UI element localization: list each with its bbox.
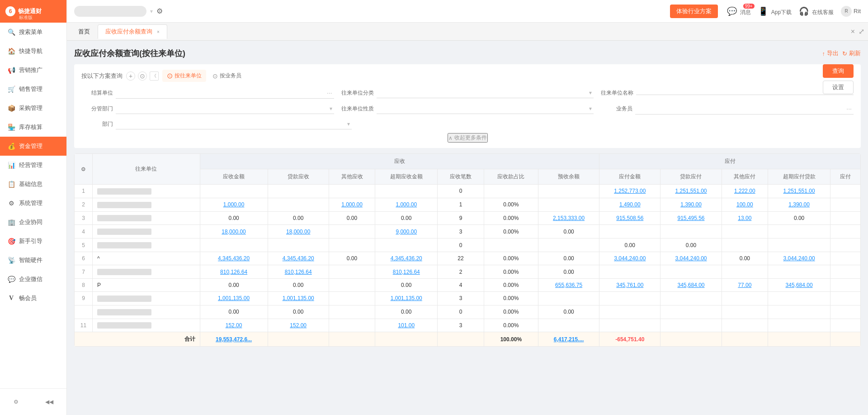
sidebar-item-marketing[interactable]: 📢 营销推广 [0,61,66,80]
app-download-btn[interactable]: 📱 App下载 [758,6,792,16]
table-settings-icon[interactable]: ⚙ [81,166,86,172]
cell-loan_receivable[interactable]: 18,000.00 [268,225,329,239]
header-settings-icon[interactable]: ⚙ [156,7,163,15]
dept-head-select[interactable]: ▾ [116,104,334,114]
cell-overdue_receivable[interactable]: 101.00 [375,319,438,332]
cell-loan_receivable[interactable]: 152.00 [268,319,329,332]
export-btn[interactable]: ↑ 导出 [822,49,839,57]
cell-payable_amount[interactable]: 1,490.00 [599,198,660,211]
unitname-label: 往来单位名称 [601,89,633,97]
salesperson-input[interactable]: ··· [635,103,854,114]
query-btn[interactable]: 查询 [823,64,854,78]
sidebar-item-system[interactable]: ⚙ 系统管理 [0,194,66,213]
category-select[interactable]: ▾ [377,88,594,98]
sidebar-item-guide[interactable]: 🎯 新手引导 [0,232,66,251]
table-row: 21,000.001,000.001,000.0010.00%1,490.001… [75,198,861,211]
cell-overdue_receivable[interactable]: 810,126.64 [375,265,438,279]
sidebar-item-smart-hw[interactable]: 📡 智能硬件 [0,251,66,270]
category-arrow: ▾ [589,90,592,96]
sidebar-item-wechat[interactable]: 💬 企业微信 [0,270,66,289]
cell-loan_receivable[interactable]: 4,345,436.20 [268,252,329,265]
cell-overdue_payable[interactable]: 3,044,240.00 [768,252,830,265]
table-row: 6^4,345,436.204,345,436.200.004,345,436.… [75,252,861,265]
cell-loan_payable[interactable]: 1,251,551.00 [660,185,722,198]
cell-receivable_amount[interactable]: 1,000.00 [200,198,268,211]
summary-receivable-ratio: 100.00% [484,332,538,347]
cell-loan_payable [660,305,722,319]
cell-loan_payable[interactable]: 345,684.00 [660,278,722,291]
cell-overdue_payable [768,291,830,305]
sidebar-item-basic-info[interactable]: 📋 基础信息 [0,175,66,194]
cell-loan_payable[interactable]: 915,495.56 [660,211,722,225]
cell-overdue_receivable[interactable]: 9,000.00 [375,225,438,239]
summary-prepaid-balance[interactable]: 6,417,215.... [538,332,599,347]
online-service-btn[interactable]: 🎧 在线客服 [799,6,834,16]
message-btn[interactable]: 💬 消息 99+ [727,6,751,16]
filter-option-icon-unit: ⊙ [167,72,173,80]
sidebar-item-label-corp: 企业协同 [19,218,42,226]
sidebar-bottom-settings[interactable]: ⚙ [6,394,26,410]
refresh-btn[interactable]: ↻ 刷新 [842,49,861,57]
tab-home[interactable]: 首页 [71,24,98,39]
filter-settings-icon[interactable]: ⊙ [138,72,147,81]
settings-btn[interactable]: 设置 [823,81,854,94]
cell-receivable_amount[interactable]: 4,345,436.20 [200,252,268,265]
filter-add-icon[interactable]: + [126,72,135,81]
cell-loan_payable[interactable]: 3,044,240.00 [660,252,722,265]
cell-payable-extra [830,225,861,239]
cell-receivable_count: 22 [438,252,484,265]
sidebar-item-purchase[interactable]: 📦 采购管理 [0,99,66,118]
cell-other_receivable[interactable]: 1,000.00 [329,198,375,211]
cell-payable_amount[interactable]: 345,761.00 [599,278,660,291]
sidebar-item-operations[interactable]: 📊 经营管理 [0,156,66,175]
sidebar-item-finance[interactable]: 💰 资金管理 [0,137,66,156]
sidebar-item-member[interactable]: V 畅会员 [0,289,66,308]
cell-overdue_receivable[interactable]: 4,345,436.20 [375,252,438,265]
sidebar-item-quicknav[interactable]: 🏠 快捷导航 [0,42,66,61]
cell-other_payable[interactable]: 77.00 [722,278,768,291]
cell-loan_payable[interactable]: 1,390.00 [660,198,722,211]
industry-btn[interactable]: 体验行业方案 [670,5,718,18]
sidebar-item-sales[interactable]: 🛒 销售管理 [0,80,66,99]
filter-option-by-unit[interactable]: ⊙ 按往来单位 [162,70,206,82]
cell-overdue_payable[interactable]: 1,251,551.00 [768,185,830,198]
window-close-icon[interactable]: × [851,28,855,36]
unit-nature-select[interactable]: ▾ [377,104,594,114]
sidebar-bottom-collapse[interactable]: ◀◀ [38,394,61,410]
filter-collapse-icon[interactable]: 《 [150,72,159,81]
sidebar-item-corp[interactable]: 🏢 企业协同 [0,213,66,232]
cell-receivable_amount[interactable]: 810,126.64 [200,265,268,279]
cell-overdue_payable[interactable]: 1,390.00 [768,198,830,211]
cell-other_payable[interactable]: 13.00 [722,211,768,225]
tab-receivable[interactable]: 应收应付余额查询 × [98,24,167,39]
cell-payable_amount[interactable]: 3,044,240.00 [599,252,660,265]
tab-close-icon[interactable]: × [157,29,160,34]
cell-loan_receivable[interactable]: 1,001,135.00 [268,291,329,305]
cell-loan_receivable[interactable]: 810,126.64 [268,265,329,279]
cell-payable_amount[interactable]: 1,252,773.00 [599,185,660,198]
cell-overdue_payable[interactable]: 345,684.00 [768,278,830,291]
filter-collapse-btn[interactable]: ∧ 收起更多条件 [448,133,488,143]
cell-overdue_receivable[interactable]: 1,001,135.00 [375,291,438,305]
cell-other_payable[interactable]: 100.00 [722,198,768,211]
filter-option-by-salesperson[interactable]: ⊙ 按业务员 [208,70,246,82]
cell-prepaid_balance[interactable]: 655,636.75 [538,278,599,291]
settlement-input[interactable]: ··· [116,87,334,99]
cell-receivable_amount: 0.00 [200,211,268,225]
cell-overdue_receivable[interactable]: 1,000.00 [375,198,438,211]
user-avatar[interactable]: R Rit [841,6,861,17]
cell-receivable_amount[interactable]: 1,001,135.00 [200,291,268,305]
cell-prepaid_balance[interactable]: 2,153,333.00 [538,211,599,225]
cell-receivable_amount[interactable]: 18,000.00 [200,225,268,239]
cell-payable_amount[interactable]: 915,508.56 [599,211,660,225]
window-maximize-icon[interactable]: ⤢ [859,27,864,36]
sidebar-item-inventory[interactable]: 🏪 库存核算 [0,118,66,137]
sidebar-item-label-system: 系统管理 [19,199,42,207]
sidebar-item-search[interactable]: 🔍 搜索菜单 [0,23,66,42]
unitname-input[interactable] [636,91,854,95]
cell-receivable_amount[interactable]: 152.00 [200,319,268,332]
cell-seq: 7 [75,265,93,279]
cell-other_payable[interactable]: 1,222.00 [722,185,768,198]
summary-receivable-amount[interactable]: 19,553,472,6... [200,332,268,347]
dept-select[interactable]: ▾ [116,119,352,129]
